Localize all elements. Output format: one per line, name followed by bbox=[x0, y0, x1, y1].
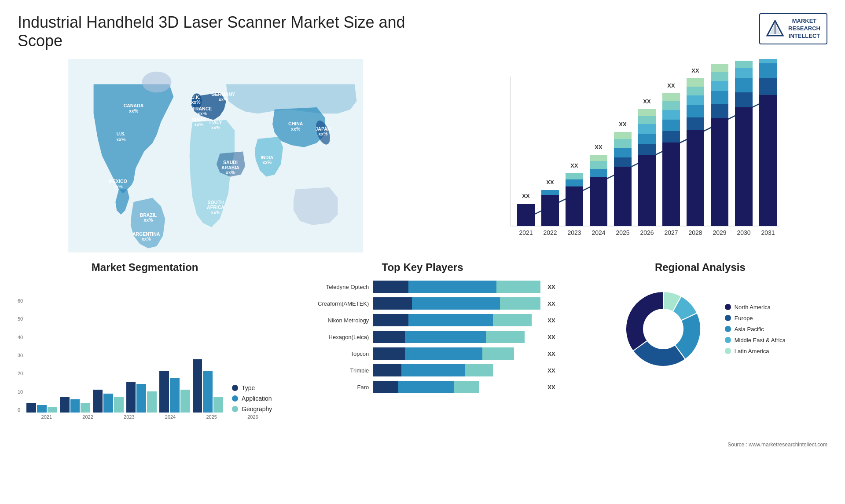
svg-rect-85 bbox=[711, 104, 728, 118]
pie-legend-item-0: North America bbox=[725, 304, 786, 310]
svg-text:xx%: xx% bbox=[226, 170, 235, 175]
player-seg-0-1 bbox=[408, 281, 496, 293]
svg-rect-55 bbox=[590, 155, 607, 161]
player-row-1: Creaform(AMETEK)XX bbox=[290, 297, 555, 310]
svg-rect-82 bbox=[687, 78, 704, 87]
svg-text:SOUTH: SOUTH bbox=[208, 200, 224, 205]
svg-text:ARABIA: ARABIA bbox=[221, 165, 239, 170]
pie-area: North AmericaEuropeAsia PacificMiddle Ea… bbox=[573, 281, 827, 377]
player-row-4: TopconXX bbox=[290, 347, 555, 360]
player-seg-0-2 bbox=[496, 281, 540, 293]
logo-icon bbox=[766, 20, 784, 37]
svg-rect-71 bbox=[662, 131, 680, 142]
svg-rect-79 bbox=[687, 105, 704, 117]
seg-bar-geography-2023 bbox=[114, 397, 124, 413]
svg-rect-49 bbox=[566, 179, 583, 186]
svg-rect-61 bbox=[614, 132, 632, 139]
svg-text:GERMANY: GERMANY bbox=[211, 91, 235, 97]
seg-bar-type-2026 bbox=[193, 359, 202, 413]
pie-legend-item-2: Asia Pacific bbox=[725, 326, 786, 332]
seg-bar-type-2023 bbox=[93, 390, 103, 413]
segmentation-section: Market Segmentation 60 50 40 30 20 10 0 … bbox=[18, 261, 272, 428]
svg-text:XX: XX bbox=[716, 59, 724, 60]
svg-rect-60 bbox=[614, 139, 632, 148]
key-players-section: Top Key Players Teledyne OptechXXCreafor… bbox=[290, 261, 555, 428]
world-map: CANADA xx% U.S. xx% MEXICO xx% BRAZIL xx… bbox=[18, 59, 414, 252]
logo: MARKET RESEARCH INTELLECT bbox=[759, 13, 827, 44]
svg-text:INDIA: INDIA bbox=[261, 155, 273, 160]
svg-text:2030: 2030 bbox=[737, 229, 750, 236]
players-chart: Teledyne OptechXXCreaform(AMETEK)XXNikon… bbox=[290, 281, 555, 393]
svg-rect-75 bbox=[662, 93, 680, 101]
svg-text:2025: 2025 bbox=[616, 229, 629, 236]
player-seg-1-1 bbox=[412, 297, 500, 310]
svg-text:xx%: xx% bbox=[191, 99, 201, 105]
svg-rect-59 bbox=[614, 148, 632, 157]
svg-rect-103 bbox=[735, 92, 753, 107]
svg-rect-109 bbox=[759, 63, 777, 78]
svg-rect-80 bbox=[687, 95, 704, 105]
seg-bar-type-2021 bbox=[26, 403, 36, 413]
svg-text:SPAIN: SPAIN bbox=[192, 117, 206, 122]
player-seg-1-0 bbox=[373, 297, 412, 310]
player-seg-1-2 bbox=[500, 297, 540, 310]
legend-geography-dot bbox=[232, 406, 238, 412]
pie-legend-item-1: Europe bbox=[725, 315, 786, 321]
svg-rect-70 bbox=[662, 142, 680, 226]
svg-text:2029: 2029 bbox=[713, 229, 726, 236]
svg-rect-81 bbox=[687, 87, 704, 95]
svg-rect-68 bbox=[638, 109, 656, 116]
svg-rect-104 bbox=[735, 78, 753, 92]
legend-geography: Geography bbox=[232, 405, 272, 413]
seg-bar-application-2021 bbox=[37, 405, 47, 413]
svg-text:2026: 2026 bbox=[640, 229, 654, 236]
player-row-3: Hexagon(Leica)XX bbox=[290, 331, 555, 343]
legend-type: Type bbox=[232, 384, 272, 391]
player-seg-2-0 bbox=[373, 314, 408, 326]
svg-text:U.K.: U.K. bbox=[191, 95, 201, 100]
svg-text:2027: 2027 bbox=[664, 229, 678, 236]
svg-text:2023: 2023 bbox=[567, 229, 581, 236]
player-seg-4-1 bbox=[405, 347, 482, 360]
svg-rect-107 bbox=[759, 95, 777, 226]
svg-text:SAUDI: SAUDI bbox=[223, 160, 238, 165]
legend-application-dot bbox=[232, 395, 238, 402]
svg-text:xx%: xx% bbox=[219, 97, 228, 102]
svg-rect-74 bbox=[662, 101, 680, 110]
svg-rect-63 bbox=[638, 155, 656, 226]
seg-bar-application-2025 bbox=[170, 378, 180, 413]
svg-text:JAPAN: JAPAN bbox=[315, 126, 331, 131]
seg-bar-application-2026 bbox=[203, 371, 213, 413]
seg-bar-application-2024 bbox=[136, 384, 146, 413]
legend-type-dot bbox=[232, 385, 238, 391]
seg-group-2022 bbox=[60, 397, 90, 413]
logo-text: MARKET RESEARCH INTELLECT bbox=[788, 18, 820, 40]
svg-rect-57 bbox=[614, 167, 632, 226]
key-players-title: Top Key Players bbox=[290, 261, 555, 274]
player-seg-5-1 bbox=[401, 364, 465, 376]
svg-text:xx%: xx% bbox=[194, 122, 204, 127]
svg-rect-64 bbox=[638, 144, 656, 155]
main-content: CANADA xx% U.S. xx% MEXICO xx% BRAZIL xx… bbox=[18, 59, 827, 448]
svg-text:xx%: xx% bbox=[143, 217, 153, 223]
seg-bar-type-2024 bbox=[126, 382, 136, 413]
player-seg-6-1 bbox=[398, 381, 454, 393]
svg-text:XX: XX bbox=[619, 121, 627, 128]
map-section: CANADA xx% U.S. xx% MEXICO xx% BRAZIL xx… bbox=[18, 59, 414, 252]
bottom-grid: Market Segmentation 60 50 40 30 20 10 0 … bbox=[18, 261, 827, 428]
svg-rect-86 bbox=[711, 91, 728, 104]
player-seg-5-2 bbox=[465, 364, 493, 376]
svg-rect-53 bbox=[590, 169, 607, 177]
svg-rect-66 bbox=[638, 124, 656, 134]
svg-text:2022: 2022 bbox=[543, 229, 557, 236]
player-seg-5-0 bbox=[373, 364, 401, 376]
svg-text:2024: 2024 bbox=[592, 229, 605, 236]
page-header: Industrial Handheld 3D Laser Scanner Mar… bbox=[18, 13, 827, 50]
svg-text:XX: XX bbox=[522, 193, 530, 199]
svg-text:FRANCE: FRANCE bbox=[192, 106, 212, 111]
svg-rect-84 bbox=[711, 118, 728, 226]
svg-rect-105 bbox=[735, 68, 753, 78]
svg-rect-67 bbox=[638, 116, 656, 124]
player-row-5: TrimbleXX bbox=[290, 364, 555, 376]
svg-text:xx%: xx% bbox=[211, 125, 220, 130]
